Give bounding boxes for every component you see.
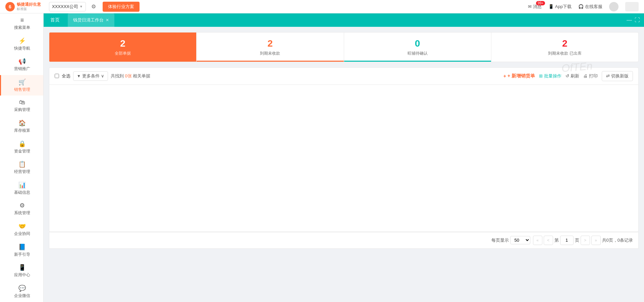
sidebar-item-label-quick: 快捷导航 (14, 46, 30, 51)
app-label: App下载 (555, 4, 572, 10)
tab-home[interactable]: 首页 (44, 13, 66, 27)
sidebar-item-marketing[interactable]: 📢 营销推广 (0, 54, 43, 75)
finance-icon: 🔒 (18, 140, 26, 147)
avatar[interactable] (609, 2, 619, 11)
logo-icon: 6 (5, 2, 15, 11)
app-download-btn[interactable]: 📱 App下载 (548, 4, 572, 10)
base-info-icon: 📊 (18, 181, 26, 189)
add-sales-btn[interactable]: + + 新增销货单 (503, 73, 535, 79)
stat-card-shipped[interactable]: 2 到期未收款 已出库 (491, 33, 638, 62)
message-btn[interactable]: ✉ 消息 99+ (528, 4, 542, 10)
sidebar: ≡ 搜索菜单 ⚡ 快捷导航 📢 营销推广 🛒 销售管理 🛍 采购管理 🏠 库存核… (0, 13, 44, 302)
page-number-input[interactable] (560, 236, 574, 245)
pagination-bar: 每页显示 50 100 200 « < 第 页 > » 共0页，0条记录 (49, 232, 639, 249)
page-size-label: 每页显示 (491, 237, 509, 243)
next-page-btn[interactable]: > (581, 236, 590, 245)
result-count: 0张 (125, 73, 132, 78)
message-icon: ✉ (528, 4, 532, 9)
sidebar-item-beginner[interactable]: 📘 新手引导 (0, 240, 43, 261)
select-all-checkbox[interactable] (55, 74, 59, 78)
table-area (49, 84, 639, 232)
app-center-icon: 📱 (18, 264, 26, 271)
stat-card-overdue[interactable]: 2 到期未收款 (197, 33, 344, 62)
marketing-icon: 📢 (18, 58, 26, 65)
sidebar-item-search-menu[interactable]: ≡ 搜索菜单 (0, 13, 43, 34)
trial-btn[interactable]: 体验行业方案 (103, 2, 140, 12)
filter-icon: ▼ (77, 74, 81, 78)
page-nav: « < 第 页 > » 共0页，0条记录 (533, 236, 633, 245)
message-badge: 99+ (536, 1, 545, 5)
filter-button[interactable]: ▼ 更多条件 ∨ (73, 71, 108, 81)
stat-label-wangfu: 旺辅待确认 (352, 51, 483, 56)
sidebar-item-label-app: 应用中心 (14, 273, 30, 278)
batch-action-btn[interactable]: ⊞ 批量操作 (539, 73, 561, 79)
weixin-icon: 💬 (18, 285, 26, 292)
sidebar-item-weixin[interactable]: 💬 企业微信 (0, 281, 43, 302)
sidebar-item-quick-nav[interactable]: ⚡ 快捷导航 (0, 34, 43, 55)
logo-text: 畅捷通好生意 标准版 (17, 2, 41, 11)
sidebar-item-inventory[interactable]: 🏠 库存核算 (0, 116, 43, 137)
stat-label-overdue: 到期未收款 (205, 51, 335, 56)
print-btn[interactable]: 🖨 打印 (583, 73, 598, 79)
sidebar-item-label-purchase: 采购管理 (14, 107, 30, 113)
stat-card-wangfu[interactable]: 0 旺辅待确认 (344, 33, 491, 62)
toolbar-left: 全选 ▼ 更多条件 ∨ 共找到 0张 相关单据 (55, 71, 501, 81)
stat-underline-overdue (197, 61, 343, 62)
total-info: 共0页，0条记录 (602, 237, 633, 243)
chevron-down-icon: ▼ (79, 5, 83, 8)
sidebar-item-operation[interactable]: 📋 经营管理 (0, 157, 43, 178)
sidebar-item-label-inventory: 库存核算 (14, 128, 30, 133)
stat-label-all: 全部单据 (57, 51, 188, 56)
company-selector[interactable]: XXXXXX公司 ▼ (49, 2, 86, 11)
stat-underline-all (49, 61, 196, 62)
purchase-icon: 🛍 (19, 99, 25, 106)
stat-num-wangfu: 0 (352, 38, 483, 49)
sidebar-item-label-base: 基础信息 (14, 190, 30, 195)
plus-icon: + (503, 73, 506, 79)
last-page-btn[interactable]: » (591, 236, 601, 245)
close-icon[interactable]: ✕ (106, 18, 109, 22)
toolbar: 全选 ▼ 更多条件 ∨ 共找到 0张 相关单据 + + 新增销 (49, 67, 639, 84)
switch-version-btn[interactable]: ⇄ 切换新版 (602, 71, 633, 81)
online-service-btn[interactable]: 🎧 在线客服 (578, 4, 602, 10)
sidebar-item-enterprise[interactable]: 🤝 企业协同 (0, 219, 43, 240)
logo-main-text: 畅捷通好生意 (17, 2, 41, 7)
page-size-selector: 每页显示 50 100 200 (491, 236, 530, 244)
stat-card-all[interactable]: 2 全部单据 (49, 33, 197, 62)
stat-num-shipped: 2 (499, 38, 630, 49)
first-page-btn[interactable]: « (533, 236, 542, 245)
sidebar-item-label-system: 系统管理 (14, 210, 30, 216)
filter-label: 更多条件 (82, 73, 100, 79)
sidebar-item-sales[interactable]: 🛒 销售管理 (0, 75, 43, 96)
logo: 6 畅捷通好生意 标准版 (5, 2, 49, 11)
result-text: 共找到 0张 相关单据 (111, 73, 150, 79)
service-icon: 🎧 (578, 4, 584, 9)
tabs-actions: — ⛶ (627, 17, 644, 23)
sidebar-item-label-beginner: 新手引导 (14, 252, 30, 257)
minimize-icon[interactable]: — (627, 17, 632, 23)
select-all-label: 全选 (62, 73, 70, 79)
stat-label-shipped: 到期未收款 已出库 (499, 51, 630, 56)
quick-nav-icon: ⚡ (18, 37, 26, 45)
sidebar-item-purchase[interactable]: 🛍 采购管理 (0, 96, 43, 116)
user-name-placeholder[interactable] (625, 2, 639, 11)
sidebar-item-finance[interactable]: 🔒 资金管理 (0, 137, 43, 158)
page-content: 2 全部单据 2 到期未收款 0 旺辅待确认 2 到期未收款 已出库 (44, 27, 644, 302)
sidebar-item-system[interactable]: ⚙ 系统管理 (0, 198, 43, 219)
sidebar-item-app-center[interactable]: 📱 应用中心 (0, 260, 43, 281)
page-size-select[interactable]: 50 100 200 (510, 236, 530, 244)
sidebar-item-base-info[interactable]: 📊 基础信息 (0, 178, 43, 199)
prev-page-btn[interactable]: < (544, 236, 553, 245)
tab-work-bench[interactable]: 钱货日清工作台 ✕ (68, 13, 114, 27)
beginner-icon: 📘 (18, 243, 26, 251)
refresh-btn[interactable]: ↺ 刷新 (566, 73, 579, 79)
tab-label: 钱货日清工作台 (73, 17, 104, 23)
stat-num-overdue: 2 (205, 38, 335, 49)
settings-icon[interactable]: ⚙ (89, 2, 99, 12)
sidebar-item-label-marketing: 营销推广 (14, 66, 30, 72)
maximize-icon[interactable]: ⛶ (635, 17, 640, 23)
chevron-down-icon: ∨ (101, 73, 104, 78)
stats-row: 2 全部单据 2 到期未收款 0 旺辅待确认 2 到期未收款 已出库 (49, 32, 639, 62)
app-icon: 📱 (548, 4, 554, 9)
stat-underline-wangfu (344, 61, 491, 62)
